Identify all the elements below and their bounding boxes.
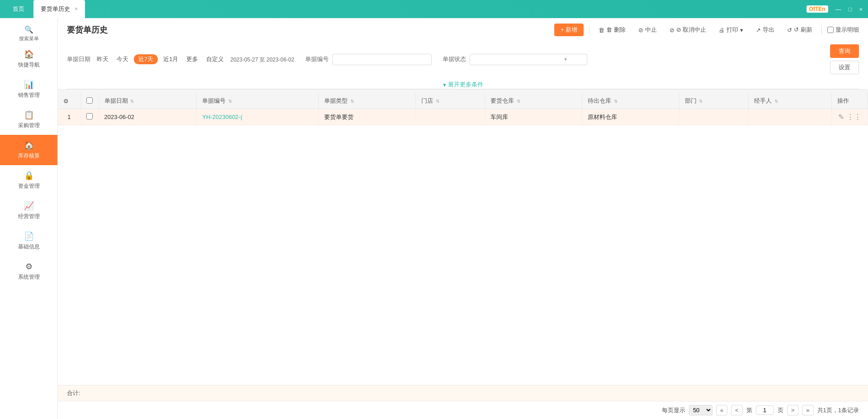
row-doc-type: 要货单要货 bbox=[319, 109, 416, 125]
sidebar-inventory-label: 库存核算 bbox=[18, 152, 40, 160]
page-input[interactable] bbox=[756, 405, 774, 415]
sort-icon: ⇅ bbox=[774, 99, 778, 104]
top-bar: 首页 要货单历史 × OfTEn — □ × bbox=[0, 0, 868, 18]
sidebar-search-label: 搜索菜单 bbox=[19, 35, 39, 42]
cancel-stop-label: ⊘ 取消中止 bbox=[676, 26, 707, 34]
history-tab-close[interactable]: × bbox=[75, 6, 78, 12]
print-dropdown-icon: ▾ bbox=[740, 27, 743, 33]
edit-icon[interactable]: ✎ bbox=[838, 113, 844, 121]
sort-icon: ⇅ bbox=[228, 99, 232, 104]
close-btn[interactable]: × bbox=[859, 6, 863, 13]
toolbar: + 新增 🗑 🗑 删除 ⊘ 中止 ⊘ ⊘ 取消中止 bbox=[554, 24, 859, 36]
date-7days[interactable]: 近7天 bbox=[134, 54, 158, 64]
stop-icon: ⊘ bbox=[638, 27, 643, 33]
date-1month[interactable]: 近1月 bbox=[160, 54, 181, 64]
check-column-header bbox=[80, 93, 99, 109]
history-tab-label: 要货单历史 bbox=[41, 5, 70, 13]
summary-label: 合计: bbox=[67, 389, 80, 397]
prev-page-btn[interactable]: < bbox=[731, 405, 743, 415]
purchase-icon: 📋 bbox=[24, 110, 34, 120]
sidebar-search[interactable]: 🔍 搜索菜单 bbox=[0, 22, 57, 44]
doc-status-input[interactable] bbox=[474, 56, 564, 63]
print-button[interactable]: 🖨 打印 ▾ bbox=[715, 24, 747, 36]
doc-number-input[interactable] bbox=[332, 54, 432, 65]
settings-button[interactable]: 设置 bbox=[830, 61, 859, 74]
sidebar-item-quick-nav[interactable]: 🏠 快捷导航 bbox=[0, 44, 57, 74]
display-detail-checkbox[interactable] bbox=[827, 27, 834, 33]
filter-actions: 查询 设置 bbox=[830, 44, 859, 74]
cancel-stop-button[interactable]: ⊘ ⊘ 取消中止 bbox=[666, 24, 710, 36]
pending-warehouse-column-header[interactable]: 待出仓库 ⇅ bbox=[582, 93, 679, 109]
operations-icon: 📈 bbox=[24, 201, 34, 211]
stop-button[interactable]: ⊘ 中止 bbox=[635, 24, 660, 36]
row-check[interactable] bbox=[80, 109, 99, 125]
filter-area: 单据日期 昨天 今天 近7天 近1月 更多 自定义 2023-05-27 至 2… bbox=[67, 41, 859, 89]
doc-date-column-header[interactable]: 单据日期 ⇅ bbox=[99, 93, 197, 109]
expand-more-label: 展开更多条件 bbox=[448, 81, 483, 89]
sidebar-item-system[interactable]: ⚙ 系统管理 bbox=[0, 256, 57, 286]
date-more[interactable]: 更多 bbox=[184, 54, 201, 64]
filter-doc-status-group: 单据状态 ▾ bbox=[443, 54, 587, 65]
export-label: 导出 bbox=[763, 26, 774, 34]
filter-date-group: 单据日期 昨天 今天 近7天 近1月 更多 自定义 2023-05-27 至 2… bbox=[67, 54, 294, 64]
query-button[interactable]: 查询 bbox=[830, 44, 859, 58]
more-icon[interactable]: ⋮⋮ bbox=[847, 113, 861, 121]
sidebar-item-finance[interactable]: 🔒 资金管理 bbox=[0, 165, 57, 195]
page-size-select[interactable]: 50 10 20 100 bbox=[689, 405, 712, 415]
doc-status-select-wrapper[interactable]: ▾ bbox=[470, 54, 587, 65]
handler-column-header[interactable]: 经手人 ⇅ bbox=[748, 93, 831, 109]
export-icon: ↗ bbox=[756, 27, 761, 33]
date-today[interactable]: 今天 bbox=[114, 54, 131, 64]
date-custom[interactable]: 自定义 bbox=[203, 54, 226, 64]
row-checkbox[interactable] bbox=[86, 113, 93, 119]
doc-number-label: 单据编号 bbox=[305, 55, 329, 63]
last-page-btn[interactable]: » bbox=[802, 405, 813, 415]
department-column-header[interactable]: 部门 ⇅ bbox=[679, 93, 748, 109]
tab-history[interactable]: 要货单历史 × bbox=[33, 0, 85, 18]
sort-icon: ⇅ bbox=[517, 99, 520, 104]
action-icons: ✎ ⋮⋮ bbox=[837, 113, 862, 121]
delete-button[interactable]: 🗑 🗑 删除 bbox=[595, 24, 629, 36]
refresh-button[interactable]: ↺ ↺ 刷新 bbox=[783, 24, 816, 36]
refresh-label: ↺ 刷新 bbox=[794, 26, 812, 34]
sidebar-item-inventory[interactable]: 🏠 库存核算 bbox=[0, 135, 57, 165]
export-button[interactable]: ↗ 导出 bbox=[752, 24, 778, 36]
sidebar-item-operations[interactable]: 📈 经营管理 bbox=[0, 195, 57, 226]
stop-label: 中止 bbox=[645, 26, 657, 34]
select-all-checkbox[interactable] bbox=[86, 97, 93, 104]
doc-number-link[interactable]: YH-20230602-( bbox=[202, 114, 242, 120]
sidebar-item-basic-info[interactable]: 📄 基础信息 bbox=[0, 226, 57, 256]
page-size-label: 每页显示 bbox=[662, 406, 685, 414]
date-yesterday[interactable]: 昨天 bbox=[94, 54, 111, 64]
action-column-header: 操作 bbox=[832, 93, 868, 109]
gear-column-header[interactable]: ⚙ bbox=[58, 93, 80, 109]
refresh-icon: ↺ bbox=[787, 27, 792, 33]
chevron-down-icon: ▾ bbox=[564, 56, 567, 62]
store-column-header[interactable]: 门店 ⇅ bbox=[416, 93, 485, 109]
doc-number-column-header[interactable]: 单据编号 ⇅ bbox=[197, 93, 319, 109]
layout: 🔍 搜索菜单 🏠 快捷导航 📊 销售管理 📋 采购管理 🏠 库存核算 🔒 资金管… bbox=[0, 18, 868, 419]
sidebar-basic-info-label: 基础信息 bbox=[18, 243, 40, 251]
filter-doc-number-group: 单据编号 bbox=[305, 54, 432, 65]
expand-more-btn[interactable]: ▾ 展开更多条件 bbox=[443, 81, 483, 89]
maximize-btn[interactable]: □ bbox=[849, 6, 852, 13]
sidebar: 🔍 搜索菜单 🏠 快捷导航 📊 销售管理 📋 采购管理 🏠 库存核算 🔒 资金管… bbox=[0, 18, 58, 419]
sidebar-item-sales[interactable]: 📊 销售管理 bbox=[0, 74, 57, 105]
tab-home[interactable]: 首页 bbox=[5, 0, 32, 18]
row-doc-number[interactable]: YH-20230602-( bbox=[197, 109, 319, 125]
minimize-btn[interactable]: — bbox=[835, 6, 841, 13]
delete-icon: 🗑 bbox=[599, 27, 604, 33]
sidebar-purchase-label: 采购管理 bbox=[18, 122, 40, 129]
new-button[interactable]: + 新增 bbox=[554, 24, 584, 36]
display-detail-button[interactable]: 显示明细 bbox=[827, 26, 859, 34]
row-req-warehouse: 车间库 bbox=[485, 109, 582, 125]
req-warehouse-column-header[interactable]: 要货仓库 ⇅ bbox=[485, 93, 582, 109]
table-header-row: ⚙ 单据日期 ⇅ 单据编号 ⇅ 单据类型 bbox=[58, 93, 868, 109]
doc-type-column-header[interactable]: 单据类型 ⇅ bbox=[319, 93, 416, 109]
next-page-btn[interactable]: > bbox=[787, 405, 799, 415]
sidebar-item-purchase[interactable]: 📋 采购管理 bbox=[0, 105, 57, 135]
sidebar-finance-label: 资金管理 bbox=[18, 182, 40, 190]
display-detail-label: 显示明细 bbox=[835, 26, 859, 34]
print-label: 打印 bbox=[726, 26, 738, 34]
first-page-btn[interactable]: « bbox=[716, 405, 727, 415]
